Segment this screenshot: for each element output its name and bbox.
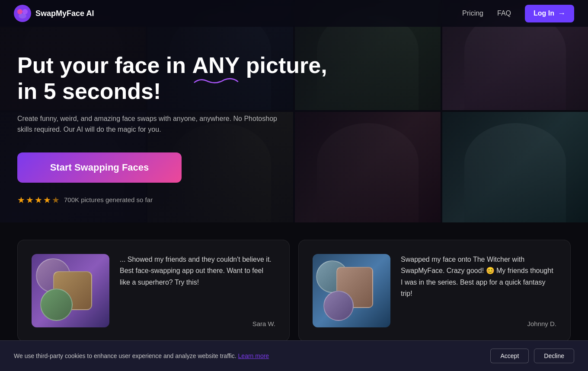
hero-title-part1: Put your face in: [17, 53, 192, 78]
testimonial-card-1: ... Showed my friends and they couldn't …: [17, 240, 290, 342]
star-4: ★: [43, 195, 51, 205]
hero-title: Put your face in ANY picture, in 5 secon…: [17, 53, 329, 105]
logo[interactable]: SwapMyFace AI: [14, 5, 94, 22]
navigation: SwapMyFace AI Pricing FAQ Log In →: [0, 0, 588, 27]
face-collage-1: [32, 254, 109, 327]
stats-row: ★ ★ ★ ★ ★ 700K pictures generated so far: [17, 195, 329, 205]
faq-link[interactable]: FAQ: [497, 10, 511, 17]
cookie-actions: Accept Decline: [490, 349, 574, 363]
svg-point-3: [19, 13, 26, 19]
testimonial-card-2: Swapped my face onto The Witcher with Sw…: [298, 240, 571, 342]
cookie-accept-button[interactable]: Accept: [490, 349, 529, 363]
testimonial-image-1: [32, 254, 109, 327]
face-collage-2: [313, 254, 390, 327]
cta-button[interactable]: Start Swapping Faces: [17, 152, 182, 183]
nav-links: Pricing FAQ Log In →: [462, 5, 574, 22]
star-5: ★: [52, 195, 60, 205]
cookie-decline-button[interactable]: Decline: [534, 349, 574, 363]
face-circle-1c: [40, 289, 73, 321]
testimonial-text-2: Swapped my face onto The Witcher with Sw…: [401, 254, 556, 311]
star-3: ★: [35, 195, 42, 205]
arrow-icon: →: [558, 9, 566, 18]
star-rating: ★ ★ ★ ★ ★: [17, 195, 60, 205]
pricing-link[interactable]: Pricing: [462, 10, 483, 17]
cookie-learn-more-link[interactable]: Learn more: [238, 352, 269, 359]
hero-title-any: ANY: [192, 53, 240, 79]
testimonial-author-1: Sara W.: [120, 320, 275, 327]
testimonials-section: ... Showed my friends and they couldn't …: [0, 222, 588, 359]
testimonial-body-1: ... Showed my friends and they couldn't …: [120, 254, 275, 327]
testimonial-image-2: [313, 254, 390, 327]
testimonial-body-2: Swapped my face onto The Witcher with Sw…: [401, 254, 556, 327]
stats-label: 700K pictures generated so far: [64, 196, 153, 203]
hero-content: Put your face in ANY picture, in 5 secon…: [0, 27, 346, 222]
star-1: ★: [17, 195, 25, 205]
login-button[interactable]: Log In →: [525, 5, 574, 22]
testimonial-text-1: ... Showed my friends and they couldn't …: [120, 254, 275, 311]
testimonial-author-2: Johnny D.: [401, 320, 556, 327]
face-circle-2c: [323, 291, 354, 321]
cookie-banner: We use third-party cookies to enhance us…: [0, 340, 588, 371]
star-2: ★: [26, 195, 34, 205]
logo-icon: [14, 5, 31, 22]
any-underline-swash: [188, 76, 244, 85]
hero-subtitle: Create funny, weird, and amazing face sw…: [17, 113, 294, 135]
cookie-text: We use third-party cookies to enhance us…: [14, 352, 482, 359]
hero-section: Put your face in ANY picture, in 5 secon…: [0, 0, 588, 222]
logo-text: SwapMyFace AI: [35, 9, 94, 18]
